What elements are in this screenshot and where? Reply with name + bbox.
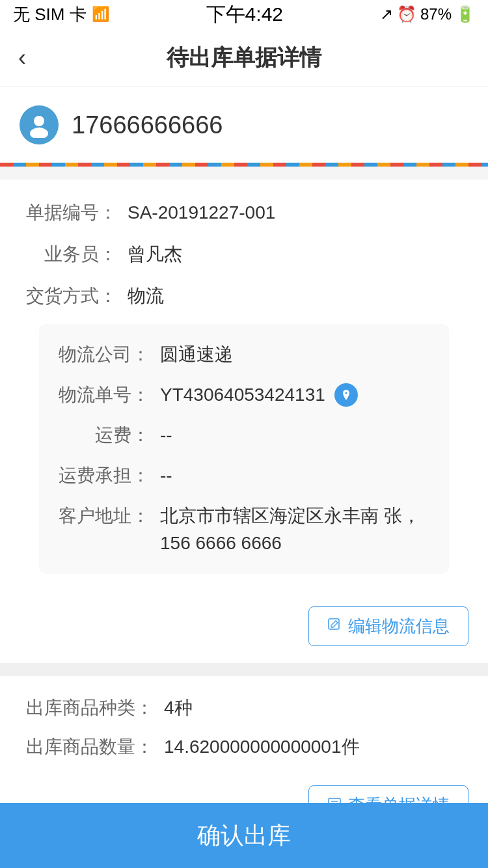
status-time: 下午4:42 [206, 1, 283, 28]
goods-section: 出库商品种类： 4种 出库商品数量： 14.620000000000001件 [0, 676, 488, 779]
nav-bar: ‹ 待出库单据详情 [0, 29, 488, 87]
page-title: 待出库单据详情 [167, 43, 321, 73]
user-avatar-icon [26, 112, 52, 138]
edit-logistics-label: 编辑物流信息 [348, 615, 450, 638]
document-number-label: 单据编号： [26, 199, 117, 226]
goods-quantity-label: 出库商品数量： [26, 735, 154, 759]
confirm-button-label: 确认出库 [197, 820, 291, 852]
logistics-company-row: 物流公司： 圆通速递 [59, 341, 429, 368]
dashed-divider [0, 163, 488, 167]
tracking-value: YT43064053424131 [160, 381, 429, 409]
freight-bearer-label: 运费承担： [59, 462, 150, 489]
alarm-icon: ⏰ [397, 5, 416, 23]
svg-rect-2 [329, 619, 339, 629]
delivery-method-label: 交货方式： [26, 282, 117, 310]
goods-types-row: 出库商品种类： 4种 [26, 696, 462, 720]
salesman-row: 业务员： 曾凡杰 [26, 241, 462, 268]
status-bar: 无 SIM 卡 📶 下午4:42 ↗ ⏰ 87% 🔋 [0, 0, 488, 29]
freight-value: -- [160, 422, 429, 449]
edit-logistics-button[interactable]: 编辑物流信息 [308, 606, 468, 646]
edit-button-area: 编辑物流信息 [0, 593, 488, 663]
logistics-company-value: 圆通速递 [160, 341, 429, 368]
salesman-value: 曾凡杰 [128, 241, 462, 268]
edit-icon [327, 616, 342, 636]
svg-point-0 [34, 116, 44, 126]
freight-bearer-row: 运费承担： -- [59, 462, 429, 489]
battery-percentage: 87% [420, 5, 452, 23]
tracking-label: 物流单号： [59, 381, 150, 409]
confirm-button[interactable]: 确认出库 [0, 803, 488, 868]
freight-bearer-value: -- [160, 462, 429, 489]
logistics-card: 物流公司： 圆通速递 物流单号： YT43064053424131 运费： -- [39, 324, 449, 574]
tracking-number-text: YT43064053424131 [160, 381, 325, 409]
document-number-row: 单据编号： SA-20191227-001 [26, 199, 462, 226]
address-row: 客户地址： 北京市市辖区海淀区永丰南 张，156 6666 6666 [59, 502, 429, 557]
status-left: 无 SIM 卡 📶 [13, 3, 109, 26]
order-info-section: 单据编号： SA-20191227-001 业务员： 曾凡杰 交货方式： 物流 … [0, 180, 488, 593]
customer-phone: 17666666666 [72, 111, 223, 139]
logistics-company-label: 物流公司： [59, 341, 150, 368]
wifi-icon: 📶 [92, 6, 109, 23]
address-value: 北京市市辖区海淀区永丰南 张，156 6666 6666 [160, 502, 429, 557]
goods-quantity-row: 出库商品数量： 14.620000000000001件 [26, 735, 462, 759]
back-button[interactable]: ‹ [18, 44, 26, 72]
carrier-text: 无 SIM 卡 [13, 3, 87, 26]
goods-types-label: 出库商品种类： [26, 696, 154, 720]
location-service-icon: ↗ [380, 5, 393, 23]
freight-label: 运费： [59, 422, 150, 449]
delivery-method-row: 交货方式： 物流 [26, 282, 462, 310]
avatar [20, 105, 59, 144]
battery-icon: 🔋 [455, 5, 475, 23]
goods-types-value: 4种 [164, 696, 462, 720]
tracking-number-row: 物流单号： YT43064053424131 [59, 381, 429, 409]
svg-point-1 [30, 128, 48, 138]
delivery-method-value: 物流 [128, 282, 462, 310]
map-pin-icon[interactable] [334, 383, 358, 407]
goods-quantity-value: 14.620000000000001件 [164, 735, 462, 759]
status-right: ↗ ⏰ 87% 🔋 [380, 5, 475, 23]
address-label: 客户地址： [59, 502, 150, 530]
document-number-value: SA-20191227-001 [128, 199, 462, 226]
freight-row: 运费： -- [59, 422, 429, 449]
salesman-label: 业务员： [26, 241, 117, 268]
section-divider [0, 663, 488, 676]
customer-section: 17666666666 [0, 87, 488, 163]
